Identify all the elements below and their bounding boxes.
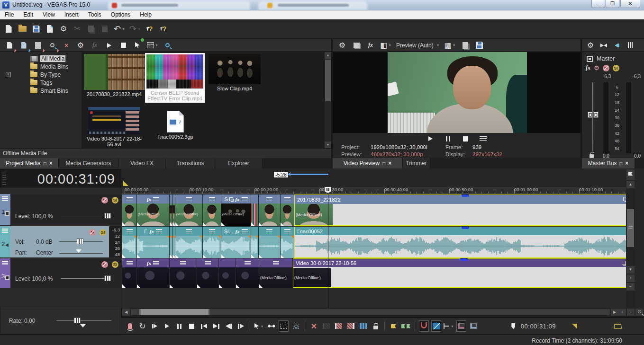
event-menu-icon[interactable] [284, 229, 290, 233]
timeline-event[interactable] [251, 227, 258, 258]
scroll-up-icon[interactable]: ▲ [325, 52, 331, 59]
timeline-event[interactable] [203, 227, 221, 258]
event-header[interactable]: Г.fx [137, 227, 169, 236]
master-fader-handle[interactable] [588, 112, 599, 118]
downmix-output-icon[interactable] [599, 39, 608, 52]
event-20170830[interactable]: 20170830_221822 (Media Offline) [294, 195, 631, 226]
go-to-start-button[interactable] [199, 320, 209, 332]
dim-output-icon[interactable] [612, 39, 622, 52]
timeline-event[interactable] [122, 258, 136, 288]
tab-transitions[interactable]: Transitions [166, 158, 215, 168]
new-project-icon[interactable] [4, 23, 13, 35]
event-menu-icon[interactable] [209, 229, 215, 233]
media-scrollbar[interactable]: ▲ ▼ [325, 52, 331, 148]
event-header[interactable] [122, 227, 136, 236]
media-properties-icon[interactable]: ⚙ [76, 39, 85, 52]
trim-start-icon[interactable] [334, 320, 344, 332]
master-solo-icon[interactable]: S! [613, 65, 619, 71]
auto-ripple-button[interactable] [431, 320, 441, 332]
timeline-event[interactable] [203, 195, 221, 226]
whats-this-help-icon[interactable]: ? [159, 23, 168, 35]
insert-region-button[interactable] [401, 320, 411, 332]
media-item-slow-clap-mp4[interactable]: Slow Clap.mp4 [207, 54, 263, 91]
event-header[interactable] [175, 195, 202, 203]
trim-end-icon[interactable] [346, 320, 356, 332]
event-header[interactable] [281, 227, 294, 236]
split-screen-view-icon[interactable]: ◧▼ [380, 39, 391, 52]
preview-properties-icon[interactable]: ⚙ [337, 39, 347, 52]
event-menu-icon[interactable] [186, 197, 192, 201]
event-menu-icon[interactable] [127, 197, 133, 201]
tree-item-media-bins[interactable]: Media Bins [0, 62, 82, 71]
snap-toggle-button[interactable] [419, 320, 429, 332]
event-header[interactable] [122, 258, 136, 267]
event-fx-icon[interactable]: fx [147, 260, 151, 266]
track1-solo-icon[interactable]: S! [112, 197, 118, 203]
event-header[interactable] [170, 227, 172, 236]
event-video-30-8[interactable]: Video 30-8-2017 22-18-56 (Media Offline) [293, 258, 629, 288]
zoom-in-vertical-icon[interactable]: + [626, 274, 635, 282]
menu-item-help[interactable]: Help [135, 10, 156, 19]
track3-color-strip[interactable]: 3 [0, 258, 10, 288]
fade-icon[interactable] [358, 320, 368, 332]
rate-slider[interactable] [56, 320, 111, 321]
event-center-handle[interactable] [462, 195, 469, 197]
timeline-hscrollbar[interactable]: ◀ ▶ + − [122, 308, 644, 317]
restore-button[interactable]: ❐ [606, 0, 619, 8]
timeline-event[interactable] [170, 195, 172, 226]
track2-solo-icon[interactable]: S! [100, 229, 106, 236]
marker-lane[interactable]: -5:28 [122, 168, 626, 186]
timeline-event[interactable] [259, 227, 280, 258]
menu-item-view[interactable]: View [38, 10, 60, 19]
preview-stop-icon[interactable] [461, 133, 471, 144]
track-header-2[interactable]: 2 MS! Vol: 0,0 dB Pan: Center -6,3 12243… [0, 226, 121, 257]
auto-preview-icon[interactable] [133, 39, 142, 52]
timeline-event[interactable]: Sl…fx [221, 227, 251, 258]
rate-handle[interactable] [74, 318, 81, 323]
event-header[interactable] [219, 258, 236, 267]
track3-level-handle[interactable] [104, 275, 111, 281]
event-header[interactable] [175, 227, 202, 236]
event-center-handle[interactable] [462, 227, 469, 229]
track3-menu-icon[interactable] [2, 261, 8, 265]
tab-master-bus[interactable]: Master Bus□× [582, 158, 635, 168]
event-body[interactable]: (Media Offline) [295, 204, 630, 225]
track-header-3[interactable]: 3 MS! Level: 100,0 % [0, 258, 121, 288]
event-fx-icon[interactable]: fx [150, 229, 154, 234]
event-header[interactable] [170, 258, 197, 267]
tree-item-tags[interactable]: Tags [0, 79, 82, 87]
go-to-end-button[interactable] [211, 320, 221, 332]
timeline-event[interactable] [251, 195, 258, 226]
event-menu-icon[interactable] [156, 229, 162, 233]
stop-button[interactable] [187, 320, 197, 332]
pause-button[interactable] [174, 320, 184, 332]
event-header[interactable] [172, 195, 175, 203]
track2-mute-icon[interactable]: M [89, 229, 96, 236]
timeline-event[interactable] [175, 227, 202, 258]
views-icon[interactable]: ▼ [147, 39, 158, 52]
track2-vol-handle[interactable] [77, 239, 83, 244]
close-tab-icon[interactable]: × [388, 160, 391, 167]
tree-item-all-media[interactable]: All Media [0, 54, 82, 62]
event-menu-icon[interactable] [242, 197, 248, 201]
scroll-right-icon[interactable]: ▶ [611, 309, 618, 316]
preview-pause-icon[interactable] [443, 133, 453, 144]
event-menu-icon[interactable] [127, 261, 133, 265]
event-menu-icon[interactable] [153, 197, 159, 201]
timeline-event[interactable] [170, 258, 197, 288]
scrollbar-thumb[interactable] [325, 60, 331, 101]
event-header[interactable] [251, 227, 258, 236]
timeline-event[interactable] [197, 258, 218, 288]
ignore-grouping-button[interactable] [469, 320, 479, 332]
timeline-event[interactable]: Sfx(Media Offline) [221, 195, 251, 226]
marker-tool-icon[interactable] [626, 169, 635, 180]
next-frame-button[interactable] [236, 320, 246, 332]
envelope-edit-tool-button[interactable] [266, 320, 276, 332]
import-from-device-icon[interactable] [19, 39, 28, 52]
vscrollbar-thumb[interactable] [627, 209, 634, 247]
master-properties-icon[interactable]: ⚙ [586, 39, 595, 52]
render-as-icon[interactable] [45, 23, 54, 35]
event-header[interactable] [197, 258, 218, 267]
preview-quality-dropdown[interactable]: Preview (Auto)▼ [396, 42, 440, 49]
timecode-display[interactable]: 00:00:31:09 [0, 169, 121, 187]
